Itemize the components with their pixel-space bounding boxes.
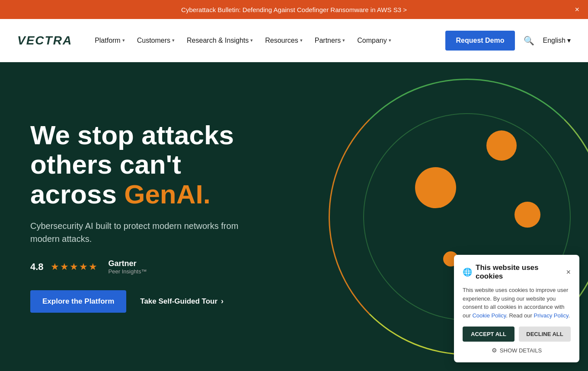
chevron-down-icon: ▾ [250,38,253,43]
hero-buttons: Explore the Platform Take Self-Guided To… [30,290,264,313]
dot-3 [514,202,540,228]
hero-rating: 4.8 ★★★★★ Gartner Peer Insights™ [30,259,264,275]
nav-links: Platform ▾ Customers ▾ Research & Insigh… [89,33,445,48]
gartner-sub: Peer Insights™ [109,268,147,275]
explore-platform-button[interactable]: Explore the Platform [30,290,126,313]
chevron-down-icon: ▾ [172,38,175,43]
hero-content: We stop attacks others can't across GenA… [0,120,294,313]
decline-all-button[interactable]: DECLINE ALL [519,327,571,342]
cookie-buttons: ACCEPT ALL DECLINE ALL [463,327,571,342]
navbar: VECTRA Platform ▾ Customers ▾ Research &… [0,19,588,62]
arrow-right-icon: › [221,297,224,306]
banner-close-button[interactable]: × [575,5,579,14]
cookie-policy-link[interactable]: Cookie Policy [472,312,506,319]
language-label: English [543,37,566,44]
cookie-close-button[interactable]: × [566,268,571,277]
cookie-banner: 🌐 This website uses cookies × This websi… [454,255,579,362]
guided-tour-button[interactable]: Take Self-Guided Tour › [140,297,224,306]
privacy-policy-link[interactable]: Privacy Policy [534,312,569,319]
dot-1 [486,130,517,161]
request-demo-button[interactable]: Request Demo [445,31,514,51]
cookie-title: This website uses cookies [476,263,566,281]
cookie-body: This website uses cookies to improve use… [463,286,571,320]
gear-icon: ⚙ [492,347,497,354]
rating-number: 4.8 [30,261,44,273]
chevron-down-icon: ▾ [389,38,391,43]
logo[interactable]: VECTRA [17,34,72,48]
cookie-header: 🌐 This website uses cookies × [463,263,571,281]
hero-headline: We stop attacks others can't across GenA… [30,120,264,209]
chevron-down-icon: ▾ [300,38,303,43]
hero-section: We stop attacks others can't across GenA… [0,62,588,371]
gartner-badge: Gartner Peer Insights™ [109,259,147,275]
accept-all-button[interactable]: ACCEPT ALL [463,327,514,342]
banner-text[interactable]: Cyberattack Bulletin: Defending Against … [181,6,407,13]
announcement-banner: Cyberattack Bulletin: Defending Against … [0,0,588,19]
rating-stars: ★★★★★ [51,261,98,273]
chevron-down-icon: ▾ [122,38,125,43]
chevron-down-icon: ▾ [567,36,571,44]
nav-item-research[interactable]: Research & Insights ▾ [182,33,258,48]
gartner-name: Gartner [109,259,147,268]
show-details-button[interactable]: ⚙ SHOW DETAILS [463,347,571,354]
nav-item-platform[interactable]: Platform ▾ [89,33,130,48]
hero-subtext: Cybersecurity AI built to protect modern… [30,219,264,245]
nav-actions: Request Demo 🔍 English ▾ [445,31,571,51]
globe-icon: 🌐 [463,267,472,277]
nav-item-customers[interactable]: Customers ▾ [132,33,180,48]
language-selector[interactable]: English ▾ [543,36,571,44]
chevron-down-icon: ▾ [342,38,345,43]
nav-item-company[interactable]: Company ▾ [352,33,396,48]
nav-item-resources[interactable]: Resources ▾ [260,33,307,48]
dot-2 [415,167,456,208]
nav-item-partners[interactable]: Partners ▾ [310,33,350,48]
search-icon[interactable]: 🔍 [524,35,534,46]
